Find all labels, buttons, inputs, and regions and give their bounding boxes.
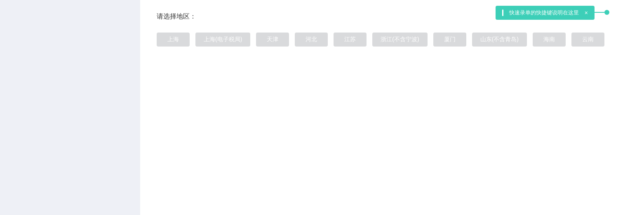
tooltip-banner: 快速录单的快捷键说明在这里 × <box>496 6 595 20</box>
region-button-tianjin[interactable]: 天津 <box>256 33 289 47</box>
main-content: 请选择地区： 上海上海(电子税局)天津河北江苏浙江(不含宁波)厦门山东(不含青岛… <box>140 0 644 215</box>
region-button-shanghai-etax[interactable]: 上海(电子税局) <box>195 33 250 47</box>
tooltip-close-button[interactable]: × <box>585 9 588 16</box>
region-button-shanghai[interactable]: 上海 <box>157 33 190 47</box>
region-button-hebei[interactable]: 河北 <box>295 33 328 47</box>
region-button-shandong[interactable]: 山东(不含青岛) <box>472 33 527 47</box>
region-button-hainan[interactable]: 海南 <box>533 33 566 47</box>
sidebar <box>0 0 140 215</box>
tooltip-line <box>595 12 604 13</box>
region-button-xiamen[interactable]: 厦门 <box>433 33 466 47</box>
region-buttons: 上海上海(电子税局)天津河北江苏浙江(不含宁波)厦门山东(不含青岛)海南云南 <box>157 33 628 47</box>
tooltip-text: 快速录单的快捷键说明在这里 <box>509 9 579 16</box>
tooltip-dot <box>604 10 609 15</box>
region-button-jiangsu[interactable]: 江苏 <box>334 33 367 47</box>
region-button-zhejiang[interactable]: 浙江(不含宁波) <box>372 33 427 47</box>
region-button-yunnan[interactable]: 云南 <box>571 33 604 47</box>
